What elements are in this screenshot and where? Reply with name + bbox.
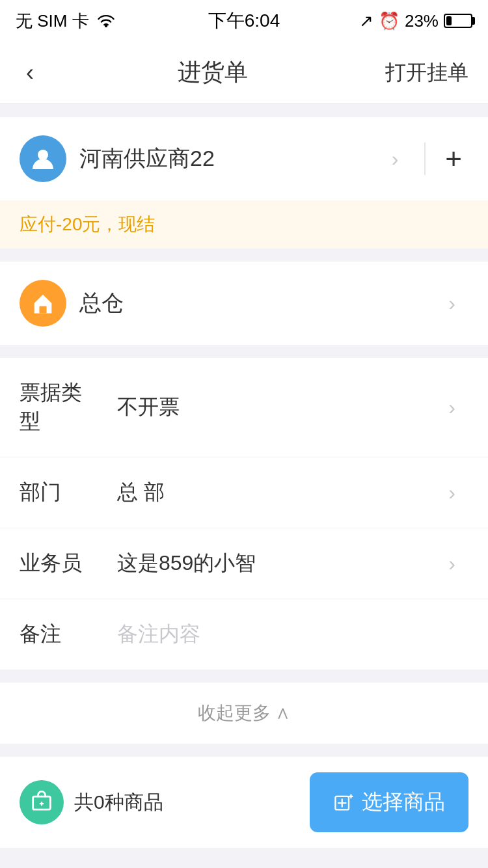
battery-fill [446, 16, 452, 25]
department-row[interactable]: 部门 总 部 › [0, 457, 488, 528]
nav-bar: ‹ 进货单 打开挂单 [0, 42, 488, 104]
alarm-icon: ⏰ [379, 11, 400, 31]
battery-icon [444, 14, 472, 28]
status-bar: 无 SIM 卡 下午6:04 ↗ ⏰ 23% [0, 0, 488, 42]
invoice-type-chevron-icon: › [448, 396, 455, 420]
supplier-avatar [20, 135, 66, 182]
product-count-text: 共0种商品 [74, 789, 163, 816]
svg-point-0 [38, 150, 48, 160]
invoice-type-value: 不开票 [98, 393, 448, 422]
add-supplier-button[interactable]: + [439, 142, 468, 175]
bottom-bar: 共0种商品 选择商品 [0, 757, 488, 848]
cart-icon [29, 789, 55, 815]
select-product-button[interactable]: 选择商品 [310, 772, 468, 832]
product-count-area: 共0种商品 [20, 780, 163, 824]
notice-text: 应付-20元，现结 [20, 214, 155, 234]
svg-rect-1 [39, 306, 46, 313]
warehouse-row[interactable]: 总仓 › [0, 262, 488, 345]
open-pending-button[interactable]: 打开挂单 [385, 59, 468, 87]
invoice-type-row[interactable]: 票据类型 不开票 › [0, 358, 488, 457]
wifi-icon [97, 14, 115, 27]
salesperson-chevron-icon: › [448, 552, 455, 576]
supplier-divider [424, 142, 426, 175]
select-product-label: 选择商品 [362, 788, 445, 817]
form-section: 票据类型 不开票 › 部门 总 部 › 业务员 这是859的小智 › 备注 备注… [0, 358, 488, 670]
page-title: 进货单 [178, 57, 248, 88]
remark-input[interactable]: 备注内容 [98, 620, 468, 649]
collapse-label[interactable]: 收起更多 ∧ [198, 703, 291, 723]
supplier-row[interactable]: 河南供应商22 › + [0, 117, 488, 200]
warehouse-icon [20, 280, 66, 327]
remark-row[interactable]: 备注 备注内容 [0, 599, 488, 670]
back-button[interactable]: ‹ [20, 53, 40, 93]
salesperson-label: 业务员 [20, 549, 98, 578]
salesperson-row[interactable]: 业务员 这是859的小智 › [0, 528, 488, 599]
warehouse-section[interactable]: 总仓 › [0, 262, 488, 345]
supplier-name: 河南供应商22 [79, 144, 392, 174]
invoice-type-label: 票据类型 [20, 379, 98, 436]
supplier-section: 河南供应商22 › + 应付-20元，现结 [0, 117, 488, 249]
notice-banner: 应付-20元，现结 [0, 200, 488, 249]
product-count-icon [20, 780, 64, 824]
remark-label: 备注 [20, 620, 98, 649]
gap-1 [0, 104, 488, 117]
status-right: ↗ ⏰ 23% [359, 11, 472, 31]
carrier-text: 无 SIM 卡 [16, 10, 89, 33]
battery-text: 23% [405, 11, 439, 31]
location-icon: ↗ [359, 11, 373, 31]
status-time: 下午6:04 [208, 8, 280, 33]
warehouse-chevron-icon: › [448, 292, 455, 316]
collapse-row[interactable]: 收起更多 ∧ [0, 683, 488, 744]
status-left: 无 SIM 卡 [16, 10, 115, 33]
department-value: 总 部 [98, 478, 448, 507]
supplier-chevron-icon: › [392, 147, 399, 171]
person-icon [30, 146, 56, 172]
salesperson-value: 这是859的小智 [98, 549, 448, 578]
add-product-icon [333, 792, 354, 813]
house-icon [30, 290, 56, 316]
warehouse-name: 总仓 [79, 288, 448, 318]
department-chevron-icon: › [448, 481, 455, 505]
department-label: 部门 [20, 478, 98, 507]
